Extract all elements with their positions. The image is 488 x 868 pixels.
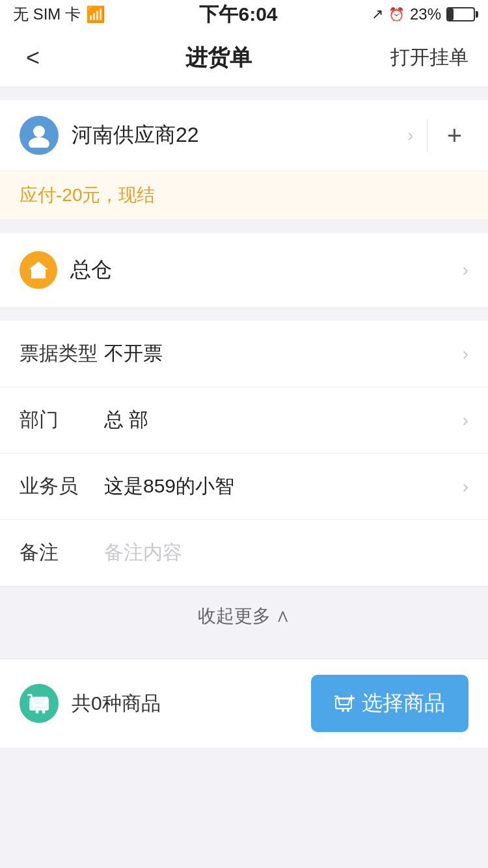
select-product-label: 选择商品 bbox=[362, 689, 445, 718]
salesman-chevron-icon: › bbox=[463, 476, 468, 497]
svg-point-1 bbox=[29, 137, 49, 148]
cart-icon bbox=[27, 692, 51, 714]
status-time: 下午6:04 bbox=[199, 1, 277, 28]
collapse-label: 收起更多 ∧ bbox=[198, 604, 291, 629]
select-product-button[interactable]: 选择商品 bbox=[311, 675, 468, 732]
battery-icon bbox=[446, 7, 475, 21]
supplier-avatar bbox=[20, 116, 59, 155]
remark-label: 备注 bbox=[20, 539, 104, 566]
salesman-row[interactable]: 业务员 这是859的小智 › bbox=[0, 454, 488, 520]
open-pending-button[interactable]: 打开挂单 bbox=[390, 44, 468, 71]
carrier-text: 无 SIM 卡 bbox=[13, 4, 81, 25]
page-title: 进货单 bbox=[185, 43, 252, 73]
person-icon bbox=[27, 123, 51, 148]
svg-point-7 bbox=[347, 709, 349, 712]
bottom-bar: 共0种商品 选择商品 bbox=[0, 658, 488, 748]
battery-percent: 23% bbox=[410, 5, 441, 23]
supplier-card: 河南供应商22 › + 应付-20元，现结 bbox=[0, 100, 488, 220]
warehouse-card: 总仓 › bbox=[0, 233, 488, 308]
salesman-label: 业务员 bbox=[20, 473, 104, 500]
location-icon: ↗ bbox=[372, 6, 383, 23]
remark-row[interactable]: 备注 备注内容 bbox=[0, 520, 488, 586]
status-right: ↗ ⏰ 23% bbox=[372, 5, 475, 23]
product-icon-wrap bbox=[20, 684, 59, 723]
supplier-divider bbox=[427, 119, 427, 152]
supplier-row[interactable]: 河南供应商22 › + bbox=[0, 100, 488, 171]
section-gap-3 bbox=[0, 308, 488, 321]
alarm-icon: ⏰ bbox=[388, 7, 405, 22]
department-label: 部门 bbox=[20, 407, 104, 433]
warehouse-name: 总仓 bbox=[70, 256, 463, 284]
svg-point-6 bbox=[342, 709, 344, 712]
section-gap-1 bbox=[0, 87, 488, 100]
select-cart-icon bbox=[334, 694, 355, 712]
warehouse-icon bbox=[20, 251, 57, 289]
wifi-icon: 📶 bbox=[86, 5, 105, 23]
section-gap-2 bbox=[0, 220, 488, 233]
ticket-type-row[interactable]: 票据类型 不开票 › bbox=[0, 321, 488, 387]
svg-point-4 bbox=[42, 711, 46, 714]
svg-point-0 bbox=[33, 126, 45, 137]
back-button[interactable]: < bbox=[20, 38, 46, 78]
status-bar: 无 SIM 卡 📶 下午6:04 ↗ ⏰ 23% bbox=[0, 0, 488, 29]
nav-bar: < 进货单 打开挂单 bbox=[0, 29, 488, 87]
warehouse-chevron-icon: › bbox=[463, 260, 468, 280]
section-gap-4 bbox=[0, 645, 488, 658]
salesman-value: 这是859的小智 bbox=[104, 473, 463, 500]
remark-input[interactable]: 备注内容 bbox=[104, 539, 468, 566]
ticket-type-label: 票据类型 bbox=[20, 340, 104, 367]
supplier-name: 河南供应商22 bbox=[72, 121, 407, 150]
product-count: 共0种商品 bbox=[72, 690, 311, 717]
house-icon bbox=[28, 260, 49, 280]
add-supplier-button[interactable]: + bbox=[441, 121, 468, 150]
department-chevron-icon: › bbox=[463, 410, 468, 431]
warehouse-row[interactable]: 总仓 › bbox=[0, 233, 488, 308]
ticket-type-value: 不开票 bbox=[104, 340, 463, 367]
status-left: 无 SIM 卡 📶 bbox=[13, 4, 105, 25]
info-banner: 应付-20元，现结 bbox=[0, 171, 488, 220]
form-card: 票据类型 不开票 › 部门 总 部 › 业务员 这是859的小智 › 备注 备注… bbox=[0, 321, 488, 645]
collapse-row[interactable]: 收起更多 ∧ bbox=[0, 586, 488, 645]
supplier-chevron-icon: › bbox=[407, 125, 413, 146]
svg-point-3 bbox=[36, 711, 39, 714]
ticket-type-chevron-icon: › bbox=[463, 344, 468, 364]
department-row[interactable]: 部门 总 部 › bbox=[0, 387, 488, 454]
department-value: 总 部 bbox=[104, 407, 463, 433]
